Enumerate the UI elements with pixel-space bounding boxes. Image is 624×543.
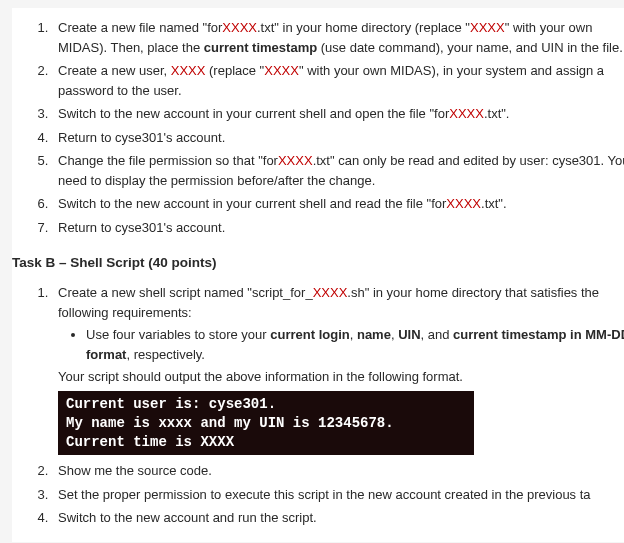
terminal-line-3: Current time is XXXX — [66, 433, 466, 452]
bold-text: name — [357, 327, 391, 342]
task-a-item-3: Switch to the new account in your curren… — [52, 104, 624, 124]
text: , and — [421, 327, 454, 342]
task-a-item-7: Return to cyse301's account. — [52, 218, 624, 238]
text: Create a new file named "for — [58, 20, 222, 35]
bold-text: UIN — [398, 327, 420, 342]
terminal-line-1: Current user is: cyse301. — [66, 395, 466, 414]
bold-text: current login — [270, 327, 349, 342]
text: .txt". — [484, 106, 510, 121]
task-a-item-5: Change the file permission so that "forX… — [52, 151, 624, 190]
placeholder-red: XXXX — [222, 20, 257, 35]
text: Switch to the new account in your curren… — [58, 106, 449, 121]
task-a-item-1: Create a new file named "forXXXX.txt" in… — [52, 18, 624, 57]
placeholder-red: XXXX — [470, 20, 505, 35]
text: Create a new user, — [58, 63, 171, 78]
terminal-output: Current user is: cyse301. My name is xxx… — [58, 391, 474, 456]
terminal-line-2: My name is xxxx and my UIN is 12345678. — [66, 414, 466, 433]
task-b-list: Create a new shell script named "script_… — [24, 283, 624, 528]
task-a-item-4: Return to cyse301's account. — [52, 128, 624, 148]
format-instruction: Your script should output the above info… — [58, 367, 624, 387]
text: .txt" in your home directory (replace " — [257, 20, 470, 35]
task-a-item-6: Switch to the new account in your curren… — [52, 194, 624, 214]
text: (use date command), your name, and UIN i… — [317, 40, 623, 55]
task-a-item-2: Create a new user, XXXX (replace "XXXX" … — [52, 61, 624, 100]
bold-text: current timestamp — [204, 40, 317, 55]
task-b-item-2: Show me the source code. — [52, 461, 624, 481]
text: Create a new shell script named "script_… — [58, 285, 313, 300]
placeholder-red: XXXX — [278, 153, 313, 168]
text: .txt". — [481, 196, 507, 211]
text: Return to cyse301's account. — [58, 220, 225, 235]
text: , — [350, 327, 357, 342]
text: Switch to the new account in your curren… — [58, 196, 446, 211]
text: Use four variables to store your — [86, 327, 270, 342]
task-b-item-3: Set the proper permission to execute thi… — [52, 485, 624, 505]
text: , respectively. — [126, 347, 205, 362]
task-b-item-1: Create a new shell script named "script_… — [52, 283, 624, 455]
placeholder-red: XXXX — [449, 106, 484, 121]
task-b-item-4: Switch to the new account and run the sc… — [52, 508, 624, 528]
text: Return to cyse301's account. — [58, 130, 225, 145]
requirement-bullet: Use four variables to store your current… — [86, 325, 624, 364]
placeholder-red: XXXX — [446, 196, 481, 211]
placeholder-red: XXXX — [264, 63, 299, 78]
text: (replace " — [205, 63, 264, 78]
task-a-list: Create a new file named "forXXXX.txt" in… — [24, 18, 624, 237]
task-b-heading: Task B – Shell Script (40 points) — [12, 253, 624, 273]
requirements-list: Use four variables to store your current… — [58, 325, 624, 364]
text: Change the file permission so that "for — [58, 153, 278, 168]
placeholder-red: XXXX — [171, 63, 206, 78]
placeholder-red: XXXX — [313, 285, 348, 300]
